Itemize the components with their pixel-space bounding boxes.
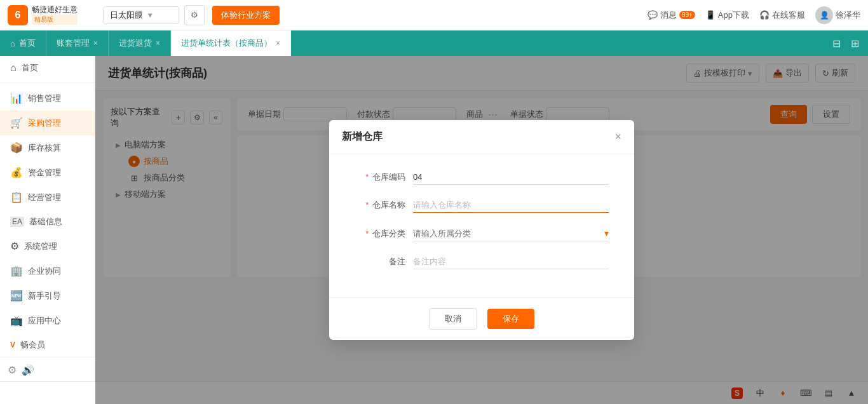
trial-button[interactable]: 体验行业方案 xyxy=(212,6,280,25)
operations-icon: 📋 xyxy=(10,191,23,203)
code-label: * 仓库编码 xyxy=(355,172,405,183)
tab-purchase-return-close[interactable]: × xyxy=(156,39,160,48)
avatar: 👤 xyxy=(815,6,833,24)
user-profile-button[interactable]: 👤 徐泽华 xyxy=(815,6,860,24)
online-service-button[interactable]: 🎧 在线客服 xyxy=(759,10,805,21)
cancel-button[interactable]: 取消 xyxy=(429,308,477,330)
settings-bottom-icon[interactable]: ⚙ xyxy=(8,364,17,376)
main-layout: ⌂ 首页 📊 销售管理 🛒 采购管理 📦 库存核算 💰 资金管理 📋 经营管理 … xyxy=(0,56,868,404)
sales-icon: 📊 xyxy=(10,92,23,104)
sidebar-member-label: 畅会员 xyxy=(20,339,45,351)
tab-home[interactable]: ⌂ 首页 xyxy=(0,30,46,56)
tab-collapse-button[interactable]: ⊟ xyxy=(829,35,844,52)
app-center-icon: 📺 xyxy=(10,314,23,327)
store-name: 日太阳膜 xyxy=(110,10,143,21)
app-name-area: 畅捷通好生意 精易版 xyxy=(32,5,78,25)
sidebar-guide-label: 新手引导 xyxy=(28,290,61,302)
name-label: * 仓库名称 xyxy=(355,199,405,211)
messages-button[interactable]: 💬 消息 99+ xyxy=(648,10,695,21)
sidebar: ⌂ 首页 📊 销售管理 🛒 采购管理 📦 库存核算 💰 资金管理 📋 经营管理 … xyxy=(0,56,95,404)
sidebar-item-enterprise[interactable]: 🏢 企业协同 xyxy=(0,259,95,283)
category-input[interactable] xyxy=(413,229,604,238)
headset-icon: 🎧 xyxy=(759,10,770,20)
sidebar-item-system[interactable]: ⚙ 系统管理 xyxy=(0,234,95,259)
guide-icon: 🆕 xyxy=(10,290,23,302)
sidebar-system-label: 系统管理 xyxy=(24,241,57,252)
phone-icon: 📱 xyxy=(705,10,715,20)
code-required-star: * xyxy=(365,172,369,182)
form-row-category: * 仓库分类 ▾ xyxy=(355,226,609,241)
tab-controls: ⊟ ⊞ xyxy=(829,35,868,52)
sidebar-finance-label: 资金管理 xyxy=(28,167,61,178)
store-selector[interactable]: 日太阳膜 ▾ xyxy=(103,6,179,24)
nav-tabs: ⌂ 首页 账套管理 × 进货退货 × 进货单统计表（按商品） × ⊟ ⊞ xyxy=(0,30,868,56)
system-icon: ⚙ xyxy=(10,240,19,252)
tab-accounts-close[interactable]: × xyxy=(93,39,98,48)
home-icon: ⌂ xyxy=(10,39,15,48)
settings-button[interactable]: ⚙ xyxy=(184,5,205,25)
sidebar-app-center-label: 应用中心 xyxy=(28,315,61,327)
app-logo-icon: 6 xyxy=(8,5,28,25)
tab-purchase-stats-label: 进货单统计表（按商品） xyxy=(181,37,272,49)
gear-icon: ⚙ xyxy=(191,10,198,20)
member-icon: V xyxy=(10,340,15,349)
sidebar-sales-label: 销售管理 xyxy=(28,93,61,104)
tab-accounts-label: 账套管理 xyxy=(57,37,90,49)
name-input[interactable] xyxy=(413,198,609,213)
chevron-down-icon: ▾ xyxy=(148,10,153,20)
category-required-star: * xyxy=(365,229,369,238)
sidebar-item-sales[interactable]: 📊 销售管理 xyxy=(0,86,95,111)
modal-close-button[interactable]: × xyxy=(614,130,621,144)
sidebar-inventory-label: 库存核算 xyxy=(28,142,61,154)
modal-overlay: 新增仓库 × * 仓库编码 * xyxy=(95,56,868,404)
sidebar-item-purchase[interactable]: 🛒 采购管理 xyxy=(0,111,95,135)
message-icon: 💬 xyxy=(648,10,658,20)
user-name: 徐泽华 xyxy=(836,10,860,21)
sidebar-item-basic[interactable]: EA 基础信息 xyxy=(0,210,95,234)
sidebar-operations-label: 经营管理 xyxy=(28,192,61,203)
modal-footer: 取消 保存 xyxy=(329,297,634,340)
form-row-remark: 备注 xyxy=(355,254,609,269)
category-chevron-icon: ▾ xyxy=(604,228,609,238)
top-header: 6 畅捷通好生意 精易版 日太阳膜 ▾ ⚙ 体验行业方案 💬 消息 99+ 📱 … xyxy=(0,0,868,30)
content-area: 进货单统计(按商品) 🖨 按模板打印 ▾ 📤 导出 ↻ 刷新 xyxy=(95,56,868,404)
sidebar-item-finance[interactable]: 💰 资金管理 xyxy=(0,160,95,185)
category-select-wrap: ▾ xyxy=(413,226,609,241)
tab-purchase-stats[interactable]: 进货单统计表（按商品） × xyxy=(171,30,291,56)
app-download-label: App下载 xyxy=(718,10,749,21)
new-warehouse-modal: 新增仓库 × * 仓库编码 * xyxy=(329,120,634,340)
remark-label: 备注 xyxy=(355,256,405,267)
sidebar-item-operations[interactable]: 📋 经营管理 xyxy=(0,185,95,210)
sidebar-bottom: ⚙ 🔊 xyxy=(0,357,95,382)
enterprise-icon: 🏢 xyxy=(10,265,23,277)
sidebar-item-home[interactable]: ⌂ 首页 xyxy=(0,56,95,80)
tab-purchase-return-label: 进货退货 xyxy=(119,37,152,49)
tab-purchase-stats-close[interactable]: × xyxy=(276,39,280,48)
home-icon: ⌂ xyxy=(10,62,17,74)
messages-label: 消息 xyxy=(660,10,677,21)
modal-header: 新增仓库 × xyxy=(329,120,634,154)
sidebar-enterprise-label: 企业协同 xyxy=(28,266,61,277)
tab-purchase-return[interactable]: 进货退货 × xyxy=(109,30,171,56)
inventory-icon: 📦 xyxy=(10,142,23,154)
sidebar-divider-1 xyxy=(0,83,95,83)
sidebar-item-inventory[interactable]: 📦 库存核算 xyxy=(0,135,95,160)
basic-icon: EA xyxy=(10,217,24,227)
header-right: 💬 消息 99+ 📱 App下载 🎧 在线客服 👤 徐泽华 xyxy=(648,6,860,24)
form-row-code: * 仓库编码 xyxy=(355,170,609,185)
sidebar-item-member[interactable]: V 畅会员 xyxy=(0,333,95,357)
app-tag: 精易版 xyxy=(32,15,78,25)
sidebar-item-app-center[interactable]: 📺 应用中心 xyxy=(0,308,95,333)
tab-expand-button[interactable]: ⊞ xyxy=(847,35,863,52)
remark-input[interactable] xyxy=(413,254,609,269)
sidebar-item-guide[interactable]: 🆕 新手引导 xyxy=(0,283,95,308)
app-download-button[interactable]: 📱 App下载 xyxy=(705,10,749,21)
code-input[interactable] xyxy=(413,170,609,185)
form-row-name: * 仓库名称 xyxy=(355,198,609,213)
sidebar-basic-label: 基础信息 xyxy=(29,216,62,227)
category-label: * 仓库分类 xyxy=(355,228,405,239)
tab-accounts[interactable]: 账套管理 × xyxy=(46,30,109,56)
name-required-star: * xyxy=(365,200,369,210)
save-button[interactable]: 保存 xyxy=(487,309,534,329)
speaker-icon[interactable]: 🔊 xyxy=(22,364,34,376)
